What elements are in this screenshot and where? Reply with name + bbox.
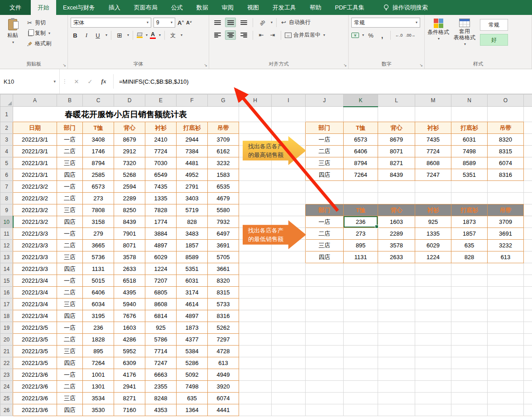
conditional-formatting-button[interactable]: 条件格式	[427, 18, 449, 46]
cell-M14[interactable]	[415, 263, 451, 275]
cell-K3[interactable]: 6573	[344, 134, 378, 146]
cell-M16[interactable]	[415, 287, 451, 299]
column-header-L[interactable]: L	[378, 95, 415, 107]
cell-I17[interactable]	[272, 299, 306, 310]
cell-L13[interactable]: 2633	[378, 251, 415, 263]
cell-M21[interactable]	[415, 346, 451, 357]
cell-H9[interactable]	[239, 204, 272, 216]
name-box[interactable]: K10	[0, 69, 60, 94]
cell-E22[interactable]: 7247	[145, 357, 177, 369]
cell-L17[interactable]	[378, 299, 415, 310]
cell-K14[interactable]	[344, 263, 378, 275]
cell-E25[interactable]: 8248	[145, 393, 177, 404]
cell-D12[interactable]: 8071	[114, 240, 145, 251]
cell-D19[interactable]: 1603	[114, 322, 145, 334]
cell-B6[interactable]: 四店	[57, 169, 83, 181]
cell-A18[interactable]: 20221/3/4	[13, 310, 57, 322]
cell-B13[interactable]: 三店	[57, 251, 83, 263]
cell-B7[interactable]: 一店	[57, 181, 83, 193]
cell-H21[interactable]	[239, 346, 272, 357]
cell-L4[interactable]: 8071	[378, 146, 415, 157]
cell-K10[interactable]: 236	[344, 216, 378, 228]
cell-N13[interactable]: 828	[451, 251, 488, 263]
cell-O12[interactable]: 3232	[488, 240, 524, 251]
column-header-C[interactable]: C	[83, 95, 114, 107]
cell-J6[interactable]: 四店	[306, 169, 344, 181]
cell-G22[interactable]: 613	[208, 357, 239, 369]
cell-B23[interactable]: 一店	[57, 369, 83, 381]
cell-M26[interactable]	[415, 404, 451, 416]
cell-O14[interactable]	[488, 263, 524, 275]
cell-B10[interactable]: 四店	[57, 216, 83, 228]
cell-F22[interactable]: 5286	[177, 357, 208, 369]
cell-H25[interactable]	[239, 393, 272, 404]
cell-B24[interactable]: 二店	[57, 381, 83, 393]
wrap-text-button[interactable]: 自动换行	[280, 19, 311, 26]
cell-N25[interactable]	[451, 393, 488, 404]
cell-C7[interactable]: 6573	[83, 181, 114, 193]
cell-G21[interactable]: 4728	[208, 346, 239, 357]
cell-O7[interactable]	[488, 181, 524, 193]
cell-J24[interactable]	[306, 381, 344, 393]
row-header-23[interactable]: 23	[0, 369, 13, 381]
cell-G24[interactable]: 3920	[208, 381, 239, 393]
enter-button[interactable]: ✓	[83, 69, 97, 94]
cell-C3[interactable]: 3408	[83, 134, 114, 146]
cell-E11[interactable]: 3884	[145, 228, 177, 240]
cell-I9[interactable]	[272, 204, 306, 216]
cell-G6[interactable]: 1583	[208, 169, 239, 181]
tab-excel-finance[interactable]: Excel与财务	[56, 0, 102, 15]
cell-F26[interactable]: 1364	[177, 404, 208, 416]
cell-H20[interactable]	[239, 334, 272, 346]
cell-N16[interactable]	[451, 287, 488, 299]
cell-F15[interactable]: 6031	[177, 275, 208, 287]
cell-M23[interactable]	[415, 369, 451, 381]
cell-E12[interactable]: 4897	[145, 240, 177, 251]
cell-L10[interactable]: 1603	[378, 216, 415, 228]
cell-M4[interactable]: 7724	[415, 146, 451, 157]
cell-O18[interactable]	[488, 310, 524, 322]
cell-A21[interactable]: 20221/3/5	[13, 346, 57, 357]
cell-F10[interactable]: 828	[177, 216, 208, 228]
align-center-button[interactable]	[225, 30, 236, 40]
align-left-button[interactable]	[212, 30, 223, 40]
cell-C12[interactable]: 3665	[83, 240, 114, 251]
cell-I19[interactable]	[272, 322, 306, 334]
cell-N6[interactable]: 5351	[451, 169, 488, 181]
cell-O20[interactable]	[488, 334, 524, 346]
cell-E19[interactable]: 925	[145, 322, 177, 334]
tab-help[interactable]: 帮助	[303, 0, 328, 15]
cell-E26[interactable]: 4353	[145, 404, 177, 416]
cell-B12[interactable]: 二店	[57, 240, 83, 251]
cell-A25[interactable]: 20221/3/6	[13, 393, 57, 404]
font-size-select[interactable]: 9	[153, 18, 175, 28]
cell-I24[interactable]	[272, 381, 306, 393]
cell-D15[interactable]: 6518	[114, 275, 145, 287]
cell-C13[interactable]: 5736	[83, 251, 114, 263]
cell-M6[interactable]: 7247	[415, 169, 451, 181]
row-header-25[interactable]: 25	[0, 393, 13, 404]
cell-B8[interactable]: 二店	[57, 193, 83, 204]
cell-D14[interactable]: 2633	[114, 263, 145, 275]
cell-M15[interactable]	[415, 275, 451, 287]
cell-O11[interactable]: 3691	[488, 228, 524, 240]
cell-D24[interactable]: 2941	[114, 381, 145, 393]
format-as-table-button[interactable]: 套用表格格式	[454, 18, 475, 46]
cell-N3[interactable]: 6031	[451, 134, 488, 146]
cell-F17[interactable]: 4614	[177, 299, 208, 310]
cell-M2[interactable]: 衬衫	[415, 122, 451, 134]
cell-K19[interactable]	[344, 322, 378, 334]
cell-D10[interactable]: 8439	[114, 216, 145, 228]
cell-M24[interactable]	[415, 381, 451, 393]
cell-O1[interactable]	[488, 107, 524, 122]
column-header-E[interactable]: E	[145, 95, 177, 107]
row-header-17[interactable]: 17	[0, 299, 13, 310]
cell-L21[interactable]	[378, 346, 415, 357]
cell-F12[interactable]: 1857	[177, 240, 208, 251]
cell-A12[interactable]: 20221/3/3	[13, 240, 57, 251]
cell-G12[interactable]: 3691	[208, 240, 239, 251]
column-header-D[interactable]: D	[114, 95, 145, 107]
row-header-4[interactable]: 4	[0, 146, 13, 157]
cell-O6[interactable]: 8316	[488, 169, 524, 181]
cell-B3[interactable]: 一店	[57, 134, 83, 146]
